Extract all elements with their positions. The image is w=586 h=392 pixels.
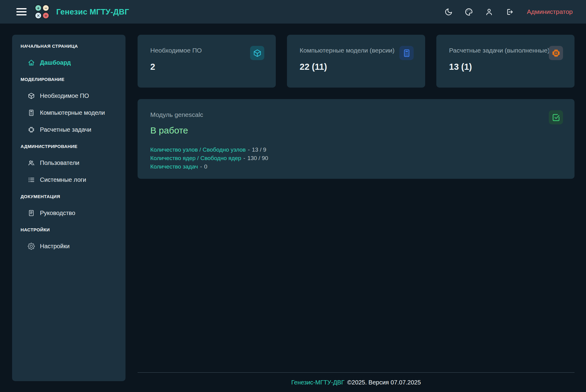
menu-bar (16, 8, 27, 9)
metric-label: Количество узлов / Свободно узлов (150, 146, 246, 154)
menu-bar (16, 11, 27, 12)
sidebar-item-calc-tasks[interactable]: Расчетные задачи (12, 121, 125, 138)
stat-card-computer-models[interactable]: Компьютерные модели (версии) 22 (11) (287, 35, 425, 88)
logout-button[interactable] (505, 8, 513, 16)
menu-bar (16, 14, 27, 15)
sidebar-item-label: Настройки (40, 243, 70, 250)
sidebar-item-dashboard[interactable]: Дашбоард (12, 54, 125, 71)
metric-value: 13 / 9 (252, 146, 266, 154)
cpu-icon (28, 126, 35, 133)
footer-brand-link[interactable]: Генезис-МГТУ-ДВГ (291, 379, 344, 386)
theme-palette-button[interactable] (465, 8, 473, 16)
sidebar-item-required-software[interactable]: Необходимое ПО (12, 87, 125, 104)
header-left: + − ✕ ÷ Генезис МГТУ-ДВГ (15, 4, 129, 19)
multiply-icon: ✕ (34, 12, 42, 19)
sidebar: НАЧАЛЬНАЯ СТРАНИЦА Дашбоард МОДЕЛИРОВАНИ… (12, 35, 125, 381)
sidebar-item-label: Компьютерные модели (40, 109, 105, 116)
sidebar-item-system-logs[interactable]: Системные логи (12, 171, 125, 188)
app-logo: + − ✕ ÷ (34, 4, 50, 19)
metric-row-cores: Количество ядер / Свободно ядер - 130 / … (150, 154, 575, 162)
user-role-label: Администратор (527, 8, 573, 15)
sidebar-item-manual[interactable]: Руководство (12, 204, 125, 221)
sidebar-section-modeling: МОДЕЛИРОВАНИЕ (12, 71, 125, 87)
metric-separator: - (200, 162, 202, 171)
app-root: + − ✕ ÷ Генезис МГТУ-ДВГ (0, 0, 586, 392)
stat-card-calc-tasks[interactable]: Расчетные задачи (выполненные) 13 (1) (436, 35, 575, 88)
cube-icon (250, 46, 264, 60)
user-icon (485, 8, 493, 16)
page-footer: Генезис-МГТУ-ДВГ ©2025. Версия 07.07.202… (138, 372, 575, 386)
header-actions: Администратор (444, 8, 573, 16)
sidebar-item-label: Дашбоард (40, 59, 71, 66)
sidebar-item-label: Необходимое ПО (40, 92, 89, 99)
cpu-icon (549, 46, 563, 60)
divide-icon: ÷ (42, 12, 50, 19)
logout-icon (505, 8, 513, 16)
sidebar-section-home: НАЧАЛЬНАЯ СТРАНИЦА (12, 38, 125, 54)
module-card-label: Модуль genescalc (150, 111, 575, 118)
sidebar-section-documentation: ДОКУМЕНТАЦИЯ (12, 188, 125, 204)
menu-toggle-button[interactable] (15, 7, 28, 17)
gear-icon (28, 243, 35, 250)
palette-icon (465, 8, 473, 16)
stat-cards-row: Необходимое ПО 2 Компьютерные модели (ве… (138, 35, 575, 88)
sidebar-item-label: Системные логи (40, 176, 86, 183)
moon-icon (444, 8, 453, 16)
metric-label: Количество ядер / Свободно ядер (150, 154, 241, 162)
sidebar-item-label: Расчетные задачи (40, 126, 91, 133)
calculator-icon (399, 46, 414, 60)
stat-card-value: 2 (150, 62, 276, 72)
sidebar-item-users[interactable]: Пользователи (12, 154, 125, 171)
cube-icon (28, 92, 35, 99)
app-header: + − ✕ ÷ Генезис МГТУ-ДВГ (0, 0, 586, 24)
app-title: Генезис МГТУ-ДВГ (56, 7, 129, 17)
metric-separator: - (243, 154, 245, 162)
module-metrics: Количество узлов / Свободно узлов - 13 /… (150, 146, 575, 171)
module-status-text: В работе (150, 125, 575, 136)
home-icon (28, 59, 35, 66)
sidebar-item-computer-models[interactable]: Компьютерные модели (12, 104, 125, 121)
stat-card-required-software[interactable]: Необходимое ПО 2 (138, 35, 276, 88)
metric-label: Количество задач (150, 162, 198, 171)
footer-copyright: ©2025. Версия 07.07.2025 (347, 379, 421, 386)
plus-icon: + (34, 4, 42, 12)
list-icon (28, 176, 35, 183)
main-content: Необходимое ПО 2 Компьютерные модели (ве… (138, 35, 575, 179)
metric-separator: - (248, 146, 250, 154)
sidebar-item-settings[interactable]: Настройки (12, 238, 125, 255)
check-square-icon (549, 110, 563, 124)
stat-card-value: 13 (1) (449, 62, 575, 72)
metric-value: 0 (204, 162, 207, 171)
stat-card-value: 22 (11) (300, 62, 425, 72)
metric-row-nodes: Количество узлов / Свободно узлов - 13 /… (150, 146, 575, 154)
sidebar-item-label: Пользователи (40, 159, 80, 166)
theme-toggle-button[interactable] (444, 8, 453, 16)
calculator-icon (28, 109, 35, 116)
module-status-card: Модуль genescalc В работе Количество узл… (138, 99, 575, 179)
sidebar-section-settings: НАСТРОЙКИ (12, 221, 125, 238)
metric-value: 130 / 90 (247, 154, 268, 162)
metric-row-tasks: Количество задач - 0 (150, 162, 575, 171)
minus-icon: − (42, 4, 50, 12)
users-icon (28, 159, 35, 166)
sidebar-item-label: Руководство (40, 210, 75, 217)
sidebar-section-administration: АДМИНИСТРИРОВАНИЕ (12, 138, 125, 154)
profile-button[interactable] (485, 8, 493, 16)
book-icon (28, 210, 35, 217)
